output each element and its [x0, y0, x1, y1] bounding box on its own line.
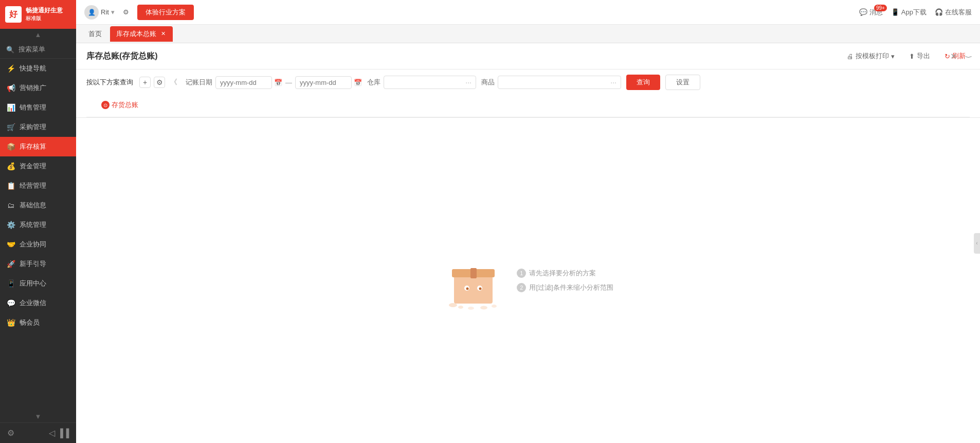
date-start-calendar-icon[interactable]: 📅 [274, 79, 282, 86]
print-btn[interactable]: 🖨 按模板打印 ▾ [843, 49, 899, 63]
date-start-input[interactable] [215, 76, 272, 89]
topbar-settings-btn[interactable]: ⚙ [119, 5, 133, 20]
sidebar-item-basic[interactable]: 🗂 基础信息 [0, 196, 76, 215]
empty-state: 1 请先选择要分析的方案 2 用[过滤]条件来缩小分析范围 [76, 118, 980, 443]
svg-point-7 [449, 303, 457, 307]
tab-inventory-cost[interactable]: 库存成本总账 ✕ [110, 26, 173, 42]
corp-icon: 🤝 [6, 240, 15, 249]
scroll-up-btn[interactable]: ▲ [0, 29, 76, 41]
sidebar-item-finance[interactable]: 💰 资金管理 [0, 156, 76, 176]
username-label: Rit [101, 8, 109, 16]
filter-add-btn[interactable]: + [139, 77, 151, 88]
sidebar-item-system[interactable]: ⚙️ 系统管理 [0, 215, 76, 235]
page-header: 库存总账(存货总账) 🖨 按模板打印 ▾ ⬆ 导出 ↻ 刷新 ✕ ⟩ [76, 43, 980, 69]
finance-icon: 💰 [6, 162, 15, 170]
sidebar: 好 畅捷通好生意 标准版 ▲ 🔍 搜索菜单 ⚡ 快捷导航 📢 营销推广 📊 销售… [0, 0, 76, 443]
print-icon: 🖨 [847, 52, 854, 60]
date-end-input[interactable] [295, 76, 352, 89]
quick-nav-icon: ⚡ [6, 64, 15, 73]
empty-hint-1: 1 请先选择要分析的方案 [517, 269, 613, 278]
empty-hint-2: 2 用[过滤]条件来缩小分析范围 [517, 283, 613, 292]
apps-icon: 📱 [6, 279, 15, 288]
main-area: 👤 Rit ▾ ⚙ 体验行业方案 💬 消息 99+ 📱 App下载 🎧 在线客服 [76, 0, 980, 443]
sidebar-item-corp[interactable]: 🤝 企业协同 [0, 235, 76, 254]
service-icon: 🎧 [935, 8, 943, 16]
empty-svg [443, 250, 504, 311]
scroll-down-btn[interactable]: ▼ [0, 411, 76, 422]
app-download-btn[interactable]: 📱 App下载 [891, 8, 927, 17]
right-collapse-handle[interactable]: ‹ [974, 233, 980, 254]
newbie-icon: 🚀 [6, 260, 15, 268]
sidebar-item-sales[interactable]: 📊 销售管理 [0, 98, 76, 117]
inventory-icon: 📦 [6, 143, 15, 151]
user-chevron-icon[interactable]: ▾ [111, 8, 115, 16]
topbar: 👤 Rit ▾ ⚙ 体验行业方案 💬 消息 99+ 📱 App下载 🎧 在线客服 [76, 0, 980, 25]
system-icon: ⚙️ [6, 221, 15, 229]
svg-point-5 [466, 288, 469, 290]
page-title: 库存总账(存货总账) [86, 51, 158, 62]
sales-icon: 📊 [6, 103, 15, 112]
panel-expand-btn[interactable]: ⟩ [960, 51, 977, 62]
sidebar-item-apps[interactable]: 📱 应用中心 [0, 274, 76, 293]
filter-label: 按以下方案查询 [86, 78, 133, 87]
online-service-btn[interactable]: 🎧 在线客服 [935, 8, 972, 17]
empty-text: 1 请先选择要分析的方案 2 用[过滤]条件来缩小分析范围 [517, 269, 613, 292]
query-btn[interactable]: 查询 [626, 75, 660, 90]
goods-select[interactable]: ··· [498, 76, 621, 89]
warehouse-filter-group: 仓库 ··· [367, 76, 476, 89]
footer-audio-btn[interactable]: ◁ ▐▐ [49, 428, 69, 438]
filter-actions: + ⚙ 《 [139, 77, 179, 88]
tab-close-btn[interactable]: ✕ [159, 30, 167, 38]
panel-close-btn[interactable]: ✕ [946, 47, 961, 65]
sidebar-item-newbie[interactable]: 🚀 新手引导 [0, 254, 76, 274]
filter-settings-icon-btn[interactable]: ⚙ [154, 77, 165, 88]
export-btn[interactable]: ⬆ 导出 [905, 49, 934, 63]
gear-icon: ⚙ [123, 8, 129, 16]
sidebar-search[interactable]: 🔍 搜索菜单 [0, 41, 76, 59]
filter-collapse-btn[interactable]: 《 [168, 77, 179, 88]
sidebar-item-wechat[interactable]: 💬 企业微信 [0, 293, 76, 313]
tab-home[interactable]: 首页 [82, 26, 108, 42]
tabs-bar: 首页 库存成本总账 ✕ [76, 25, 980, 43]
date-start-input-group: 📅 [215, 76, 282, 89]
sidebar-logo: 好 畅捷通好生意 标准版 [0, 0, 76, 29]
vip-icon: 👑 [6, 318, 15, 327]
sidebar-item-operation[interactable]: 📋 经营管理 [0, 176, 76, 196]
export-icon: ⬆ [909, 52, 915, 60]
sidebar-item-vip[interactable]: 👑 畅会员 [0, 313, 76, 332]
search-icon: 🔍 [6, 46, 14, 54]
topbar-user-area: 👤 Rit ▾ [84, 5, 115, 20]
footer-settings-btn[interactable]: ⚙ [7, 428, 14, 438]
user-avatar: 👤 [84, 5, 99, 20]
date-filter-group: 记账日期 📅 — 📅 [186, 76, 362, 89]
sidebar-item-quick-nav[interactable]: ⚡ 快捷导航 [0, 59, 76, 78]
sidebar-item-inventory[interactable]: 📦 库存核算 [0, 137, 76, 156]
trial-btn[interactable]: 体验行业方案 [137, 5, 194, 20]
settings-btn[interactable]: 设置 [665, 75, 700, 90]
filter-container: 按以下方案查询 + ⚙ 《 记账日期 📅 — [76, 69, 980, 118]
sidebar-item-purchase[interactable]: 🛒 采购管理 [0, 117, 76, 137]
empty-illustration [443, 250, 504, 311]
date-end-calendar-icon[interactable]: 📅 [354, 79, 362, 86]
sidebar-item-marketing[interactable]: 📢 营销推广 [0, 78, 76, 98]
filter-bar: 按以下方案查询 + ⚙ 《 记账日期 📅 — [86, 75, 970, 95]
purchase-icon: 🛒 [6, 123, 15, 131]
svg-point-6 [479, 288, 482, 290]
svg-point-11 [492, 305, 497, 308]
warehouse-select[interactable]: ··· [384, 76, 476, 89]
warehouse-more-icon: ··· [465, 78, 471, 86]
logo-text: 畅捷通好生意 标准版 [26, 7, 63, 22]
basic-icon: 🗂 [6, 201, 15, 209]
message-btn[interactable]: 💬 消息 99+ [859, 8, 883, 17]
goods-more-icon: ··· [610, 78, 616, 86]
download-icon: 📱 [891, 8, 899, 16]
scheme-item-inventory[interactable]: ⊙ 存货总账 [97, 98, 143, 112]
svg-rect-2 [470, 268, 477, 278]
marketing-icon: 📢 [6, 84, 15, 92]
topbar-right: 💬 消息 99+ 📱 App下载 🎧 在线客服 [859, 8, 972, 17]
operation-icon: 📋 [6, 182, 15, 190]
print-chevron-icon: ▾ [891, 52, 895, 60]
date-end-input-group: 📅 [295, 76, 362, 89]
content-area: 库存总账(存货总账) 🖨 按模板打印 ▾ ⬆ 导出 ↻ 刷新 ✕ ⟩ [76, 43, 980, 443]
topbar-left: 👤 Rit ▾ ⚙ 体验行业方案 [84, 5, 855, 20]
